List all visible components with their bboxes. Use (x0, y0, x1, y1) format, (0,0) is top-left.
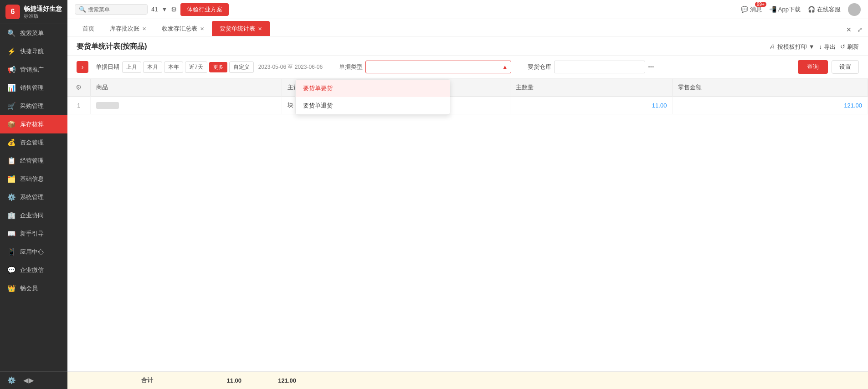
tab-requisition[interactable]: 要货单统计表 ✕ (212, 21, 270, 36)
export-btn[interactable]: ↓ 导出 (819, 43, 836, 51)
filter-warehouse-input[interactable] (554, 61, 645, 73)
export-label: 导出 (824, 43, 836, 51)
tab-requisition-close[interactable]: ✕ (258, 26, 262, 32)
topbar-gear-icon[interactable]: ⚙ (171, 5, 177, 14)
sidebar-item-guide[interactable]: 📖 新手引导 (0, 225, 67, 243)
topbar-online-service[interactable]: 🎧 在线客服 (808, 5, 841, 14)
tabs-bar-right: ✕ ⤢ (844, 25, 868, 36)
sidebar-item-appstore[interactable]: 📱 应用中心 (0, 243, 67, 261)
sidebar-item-finance[interactable]: 💰 资金管理 (0, 133, 67, 152)
dropdown-item-order[interactable]: 要货单要货 (296, 80, 450, 97)
settings-btn[interactable]: 设置 (832, 60, 859, 74)
service-icon: 🎧 (808, 6, 815, 13)
date-btn-this-month[interactable]: 本月 (143, 61, 162, 73)
topbar: 🔍 41 ▼ ⚙ 体验行业方案 💬 消息 99+ 📲 App下载 🎧 在线客服 (67, 0, 868, 19)
industry-btn[interactable]: 体验行业方案 (180, 3, 229, 16)
sidebar-label-basic: 基础信息 (20, 175, 44, 183)
type-dropdown-menu: 要货单要货 要货单退货 (295, 79, 450, 115)
sidebar-label-guide: 新手引导 (20, 230, 44, 238)
user-avatar[interactable] (848, 3, 861, 16)
message-icon: 💬 (741, 6, 748, 13)
date-btn-7days[interactable]: 近7天 (185, 61, 207, 73)
amount-link[interactable]: 121.00 (844, 102, 862, 109)
sidebar-label-search: 搜索菜单 (20, 29, 44, 37)
topbar-messages[interactable]: 💬 消息 99+ (741, 5, 762, 14)
tab-home[interactable]: 首页 (75, 21, 102, 36)
date-btn-more[interactable]: 更多 (209, 62, 227, 72)
appstore-icon: 📱 (7, 248, 15, 256)
filter-type-label: 单据类型 (339, 63, 363, 71)
sidebar-label-vip: 畅会员 (20, 284, 38, 292)
filter-warehouse-dots-icon[interactable]: ··· (648, 63, 654, 71)
sidebar-bottom: ⚙️ ◀▶ (0, 371, 67, 389)
tab-requisition-label: 要货单统计表 (220, 25, 255, 33)
tab-receipts-label: 收发存汇总表 (162, 25, 197, 33)
date-btn-custom[interactable]: 自定义 (229, 61, 254, 73)
inventory-icon: 📦 (7, 120, 15, 128)
tabs-expand-btn[interactable]: ⤢ (855, 25, 864, 34)
topbar-right: 💬 消息 99+ 📲 App下载 🎧 在线客服 (741, 3, 861, 16)
print-arrow-icon: ▼ (809, 43, 815, 50)
page-header: 要货单统计表(按商品) 🖨 按模板打印 ▼ ↓ 导出 ↺ 刷新 (67, 36, 868, 56)
sidebar-label-inventory: 库存核算 (20, 120, 44, 128)
print-icon: 🖨 (770, 43, 776, 50)
topbar-app-download[interactable]: 📲 App下载 (769, 5, 801, 14)
sidebar-label-system: 系统管理 (20, 193, 44, 201)
quantity-link[interactable]: 11.00 (652, 102, 667, 109)
filter-type-input[interactable] (365, 61, 511, 73)
footer-values: 11.00 121.00 (187, 377, 296, 384)
tab-batch-close[interactable]: ✕ (142, 26, 146, 32)
quicknav-icon: ⚡ (7, 47, 15, 56)
sidebar-label-quicknav: 快捷导航 (20, 47, 44, 56)
search-icon-top: 🔍 (79, 6, 86, 13)
sidebar-label-marketing: 营销推广 (20, 66, 44, 74)
sidebar-item-search[interactable]: 🔍 搜索菜单 (0, 24, 67, 42)
sidebar-label-finance: 资金管理 (20, 138, 44, 147)
dropdown-item-return[interactable]: 要货单退货 (296, 97, 450, 114)
sidebar-item-quicknav[interactable]: ⚡ 快捷导航 (0, 42, 67, 61)
row-quantity: 11.00 (510, 97, 673, 114)
tab-receipts-close[interactable]: ✕ (200, 26, 204, 32)
filter-type-group: 单据类型 ▲ (339, 61, 511, 73)
filter-expand-btn[interactable]: › (77, 61, 88, 73)
basic-icon: 🗂️ (7, 175, 15, 183)
filter-warehouse-group: 要货仓库 ··· (528, 61, 654, 73)
purchase-icon: 🛒 (7, 102, 15, 110)
sidebar-item-system[interactable]: ⚙️ 系统管理 (0, 188, 67, 206)
refresh-btn[interactable]: ↺ 刷新 (840, 43, 859, 51)
app-download-label: App下载 (778, 5, 801, 14)
table-settings-btn[interactable]: ⚙ (76, 83, 82, 92)
topbar-num: 41 (151, 6, 158, 13)
tab-receipts[interactable]: 收发存汇总表 ✕ (154, 21, 212, 36)
tab-home-label: 首页 (82, 25, 94, 33)
sidebar-item-basic[interactable]: 🗂️ 基础信息 (0, 170, 67, 188)
sidebar-item-vip[interactable]: 👑 畅会员 (0, 279, 67, 297)
sidebar-item-wechat[interactable]: 💬 企业微信 (0, 261, 67, 279)
date-btn-last-month[interactable]: 上月 (122, 61, 141, 73)
sidebar-item-operation[interactable]: 📋 经营管理 (0, 152, 67, 170)
sidebar-item-inventory[interactable]: 📦 库存核算 (0, 115, 67, 133)
operation-icon: 📋 (7, 157, 15, 165)
topbar-dropdown-arrow[interactable]: ▼ (161, 6, 167, 13)
sidebar-settings-icon[interactable]: ⚙️ (7, 376, 16, 384)
app-title: 畅捷通好生意 (24, 5, 62, 13)
sidebar-item-enterprise[interactable]: 🏢 企业协同 (0, 206, 67, 225)
topbar-left: 🔍 41 ▼ ⚙ 体验行业方案 (75, 3, 735, 16)
sidebar-collapse-icon[interactable]: ◀▶ (23, 376, 34, 384)
finance-icon: 💰 (7, 138, 15, 147)
topbar-search-input[interactable] (88, 6, 134, 13)
sidebar-item-marketing[interactable]: 📢 营销推广 (0, 61, 67, 79)
date-btn-this-year[interactable]: 本年 (164, 61, 183, 73)
tab-batch[interactable]: 库存批次账 ✕ (102, 21, 154, 36)
row-no: 1 (67, 97, 90, 114)
topbar-search-box[interactable]: 🔍 (75, 4, 148, 15)
sidebar-item-purchase[interactable]: 🛒 采购管理 (0, 97, 67, 115)
row-amount: 121.00 (673, 97, 868, 114)
print-btn[interactable]: 🖨 按模板打印 ▼ (770, 43, 815, 51)
query-btn[interactable]: 查询 (798, 60, 828, 74)
enterprise-icon: 🏢 (7, 211, 15, 220)
sidebar-label-enterprise: 企业协同 (20, 211, 44, 220)
tabs-close-all-btn[interactable]: ✕ (844, 25, 853, 34)
sidebar-item-sales[interactable]: 📊 销售管理 (0, 79, 67, 97)
sidebar: 6 畅捷通好生意 标准版 🔍 搜索菜单 ⚡ 快捷导航 📢 营销推广 📊 销售管理… (0, 0, 67, 389)
